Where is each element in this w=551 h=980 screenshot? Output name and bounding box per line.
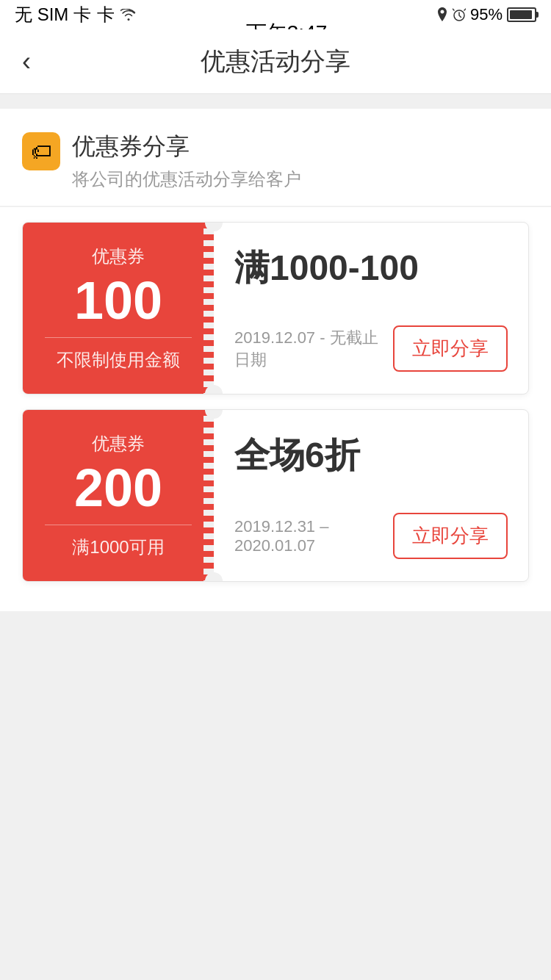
nav-bar: ‹ 优惠活动分享 — [0, 29, 551, 94]
section-title: 优惠券分享 — [72, 131, 301, 163]
coupon-condition-1: 不限制使用金额 — [57, 348, 180, 372]
bottom-area — [0, 611, 551, 979]
location-icon — [436, 7, 448, 22]
share-button-1[interactable]: 立即分享 — [393, 325, 508, 372]
coupon-zigzag-2 — [204, 410, 214, 581]
alarm-icon — [453, 7, 466, 22]
coupon-right-2: 全场6折 2019.12.31 – 2020.01.07 立即分享 — [214, 410, 528, 581]
wifi-icon — [120, 9, 137, 21]
coupon-footer-2: 2019.12.31 – 2020.01.07 立即分享 — [234, 513, 508, 559]
section-icon-symbol: 🏷 — [31, 140, 51, 164]
coupon-date-1: 2019.12.07 - 无截止日期 — [234, 327, 393, 371]
coupon-title-1: 满1000-100 — [234, 245, 508, 292]
coupon-card-2: 优惠券 200 满1000可用 全场6折 2019.12.31 – 2020.0… — [22, 409, 529, 582]
section-icon: 🏷 — [22, 132, 60, 170]
coupon-card-1: 优惠券 100 不限制使用金额 满1000-100 2019.12.07 - 无… — [22, 222, 529, 394]
coupon-amount-1: 100 — [74, 274, 162, 327]
status-bar: 无 SIM 卡 卡 下午3:47 95% — [0, 0, 551, 29]
sim-icon: 卡 — [97, 3, 115, 26]
section-text: 优惠券分享 将公司的优惠活动分享给客户 — [72, 131, 301, 191]
coupon-label-1: 优惠券 — [92, 245, 145, 268]
page-title: 优惠活动分享 — [201, 45, 350, 79]
section-header: 🏷 优惠券分享 将公司的优惠活动分享给客户 — [0, 109, 551, 206]
status-right: 95% — [436, 5, 536, 24]
coupon-footer-1: 2019.12.07 - 无截止日期 立即分享 — [234, 325, 508, 372]
coupon-date-2: 2019.12.31 – 2020.01.07 — [234, 517, 393, 555]
coupon-list: 优惠券 100 不限制使用金额 满1000-100 2019.12.07 - 无… — [0, 207, 551, 611]
coupon-title-2: 全场6折 — [234, 432, 508, 479]
carrier-text: 无 SIM 卡 — [15, 3, 91, 26]
back-button[interactable]: ‹ — [22, 46, 31, 77]
battery-percent: 95% — [470, 5, 503, 24]
coupon-left-2: 优惠券 200 满1000可用 — [23, 410, 214, 581]
share-button-2[interactable]: 立即分享 — [393, 513, 508, 559]
coupon-divider-2 — [45, 525, 192, 525]
coupon-condition-2: 满1000可用 — [72, 536, 164, 559]
coupon-label-2: 优惠券 — [92, 432, 145, 455]
coupon-amount-2: 200 — [74, 461, 162, 514]
status-left: 无 SIM 卡 卡 — [15, 3, 137, 26]
coupon-zigzag-1 — [204, 223, 214, 394]
battery-icon — [507, 7, 536, 22]
coupon-right-1: 满1000-100 2019.12.07 - 无截止日期 立即分享 — [214, 223, 528, 394]
coupon-left-1: 优惠券 100 不限制使用金额 — [23, 223, 214, 394]
section-subtitle: 将公司的优惠活动分享给客户 — [72, 167, 301, 191]
coupon-divider-1 — [45, 337, 192, 338]
